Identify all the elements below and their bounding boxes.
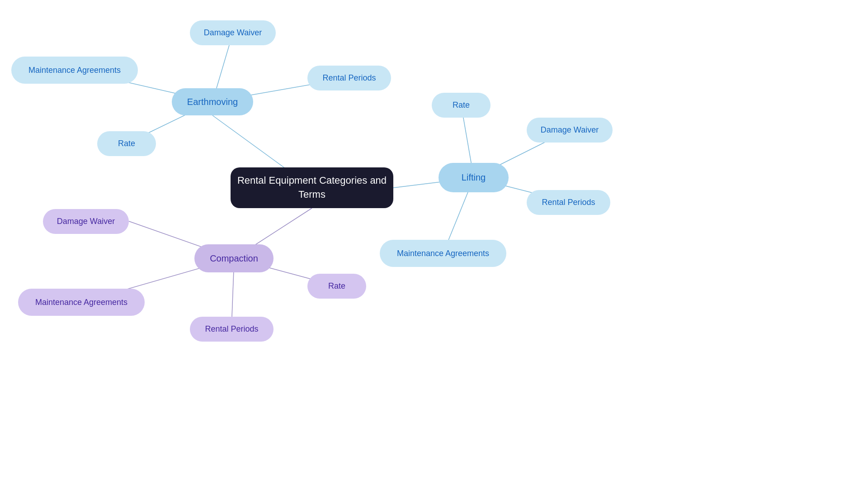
compaction-rate-node[interactable]: Rate	[307, 274, 366, 299]
earthmoving-rental-periods-node[interactable]: Rental Periods	[307, 66, 391, 90]
earthmoving-rental-periods-label: Rental Periods	[322, 73, 376, 83]
compaction-rate-label: Rate	[328, 281, 345, 291]
earthmoving-maintenance-label: Maintenance Agreements	[28, 66, 121, 75]
earthmoving-node[interactable]: Earthmoving	[172, 88, 253, 115]
lifting-damage-waiver-node[interactable]: Damage Waiver	[527, 118, 613, 143]
earthmoving-damage-waiver-label: Damage Waiver	[204, 28, 262, 38]
lifting-label: Lifting	[462, 172, 486, 183]
earthmoving-maintenance-node[interactable]: Maintenance Agreements	[11, 57, 138, 84]
lifting-damage-waiver-label: Damage Waiver	[541, 125, 599, 135]
lifting-rate-node[interactable]: Rate	[432, 93, 491, 118]
earthmoving-damage-waiver-node[interactable]: Damage Waiver	[190, 20, 276, 45]
compaction-rental-periods-node[interactable]: Rental Periods	[190, 317, 274, 342]
lifting-rental-periods-label: Rental Periods	[542, 198, 595, 207]
lifting-rental-periods-node[interactable]: Rental Periods	[527, 190, 610, 215]
lifting-maintenance-label: Maintenance Agreements	[397, 249, 489, 258]
earthmoving-rate-node[interactable]: Rate	[97, 131, 156, 156]
compaction-label: Compaction	[210, 253, 258, 264]
earthmoving-rate-label: Rate	[118, 139, 135, 148]
center-label: Rental Equipment Categories and Terms	[231, 174, 393, 202]
lifting-rate-label: Rate	[453, 100, 470, 110]
compaction-damage-waiver-label: Damage Waiver	[57, 217, 115, 226]
compaction-maintenance-node[interactable]: Maintenance Agreements	[18, 289, 145, 316]
compaction-node[interactable]: Compaction	[194, 244, 274, 272]
earthmoving-label: Earthmoving	[187, 97, 238, 107]
compaction-maintenance-label: Maintenance Agreements	[35, 298, 127, 307]
compaction-rental-periods-label: Rental Periods	[205, 324, 258, 334]
compaction-damage-waiver-node[interactable]: Damage Waiver	[43, 209, 129, 234]
lifting-maintenance-node[interactable]: Maintenance Agreements	[380, 240, 506, 267]
center-node[interactable]: Rental Equipment Categories and Terms	[231, 167, 393, 208]
lifting-node[interactable]: Lifting	[439, 163, 509, 192]
